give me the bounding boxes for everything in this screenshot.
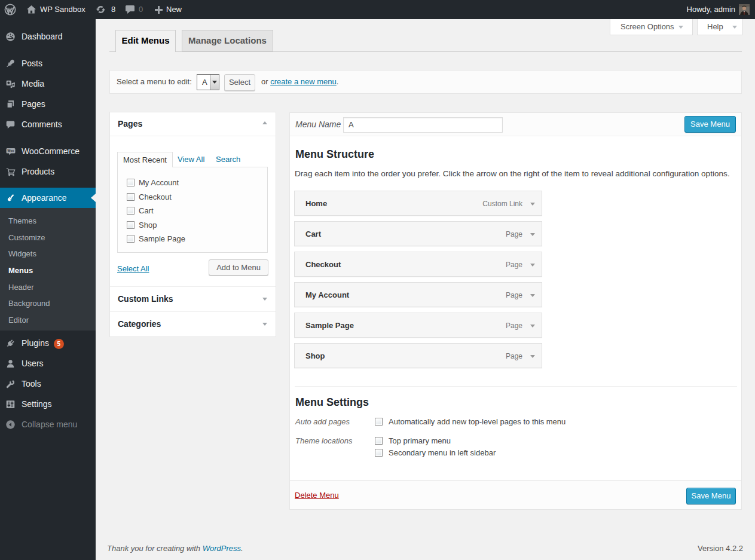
svg-text:Woo: Woo: [8, 149, 14, 152]
